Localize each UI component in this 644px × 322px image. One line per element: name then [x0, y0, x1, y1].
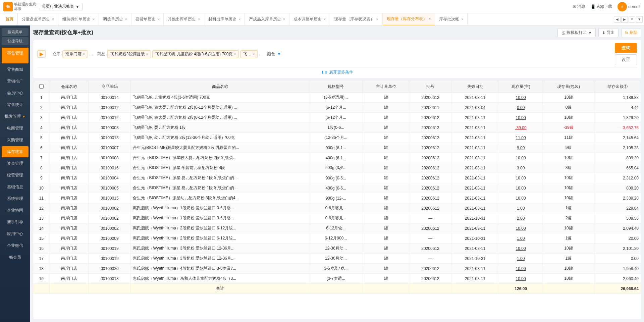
color-dropdown-arrow[interactable]: ▼ — [277, 52, 281, 56]
sidebar-item-ecommerce[interactable]: 电商管理 — [2, 123, 29, 134]
table-row: 10 南岸门店 00100005 合生元（BIOSTIME）派星 婴儿配方奶粉 … — [33, 183, 641, 193]
sidebar-item-purchase[interactable]: 采购管理 — [2, 135, 29, 146]
main-layout: 搜索菜单 快捷导航 零售管理 ▼ 零售商城 营销推广 会员中心 零售统计 批发管… — [0, 25, 644, 322]
cell-name: 飞鹤星飞帆 较大婴儿配方奶粉 2段(6-12个月婴幼儿适用) ... — [131, 103, 309, 113]
workspace-selector[interactable]: 母婴行业演示账套 ▼ — [39, 3, 83, 10]
tab-home[interactable]: 首页 — [1, 13, 18, 25]
tab-prev-btn[interactable]: ◀ — [614, 16, 621, 23]
cell-unit: 罐 — [363, 153, 409, 163]
product-tag-1[interactable]: 飞鹤奶粉3段两提装 × — [107, 50, 151, 58]
cell-num: 11 — [33, 193, 50, 203]
tab-material-outbound[interactable]: 材料出库单历史 × — [204, 13, 245, 25]
tab-product-inbound[interactable]: 产成品入库单历史 × — [245, 13, 289, 25]
tab-batch-account[interactable]: 库存批次账 × — [435, 13, 468, 25]
sidebar-search[interactable]: 搜索菜单 — [2, 28, 29, 36]
tab-close-icon[interactable]: × — [52, 17, 54, 21]
tab-close-icon[interactable]: × — [429, 17, 431, 21]
cell-expire: 2021-03-11 — [451, 223, 499, 233]
app-download-btn[interactable]: 📱 App下载 — [591, 4, 612, 9]
tag-close-icon[interactable]: × — [146, 52, 148, 56]
tab-order-history[interactable]: 要货单历史 × — [131, 13, 164, 25]
tag-close-icon[interactable]: × — [83, 52, 85, 56]
sidebar-item-retail-mall[interactable]: 零售商城 — [2, 64, 29, 75]
cell-num: 5 — [33, 133, 50, 143]
settings-button[interactable]: 设置 — [615, 54, 637, 65]
sidebar-item-collab[interactable]: 企业协同 — [2, 205, 29, 216]
sidebar-item-system[interactable]: 系统管理 — [2, 193, 29, 204]
product-tag-2[interactable]: 飞鹤星飞帆 儿童奶粉 4段(3-6岁适用) 700克 × — [152, 50, 239, 58]
sidebar-item-wholesale[interactable]: 批发管理 ▼ — [2, 111, 29, 122]
tab-cost-adjust[interactable]: 成本调整单历史 × — [289, 13, 330, 25]
sidebar-item-finance[interactable]: 资金管理 — [2, 158, 29, 169]
user-menu[interactable]: d demo2 — [618, 2, 641, 11]
sidebar-item-operations[interactable]: 经营管理 — [2, 170, 29, 181]
cell-batch: 20200611 — [409, 103, 451, 113]
tab-close-icon[interactable]: × — [125, 17, 127, 21]
cell-warehouse: 南岸门店 — [50, 274, 89, 284]
sidebar-item-wechat[interactable]: 企业微信 — [2, 240, 29, 251]
tab-stock-distribution[interactable]: 现存量（库存分布表） × — [383, 13, 435, 25]
filter-collapse-btn[interactable]: ▶ — [37, 50, 46, 58]
cell-batch: 20200612 — [409, 183, 451, 193]
sidebar-item-member-plus[interactable]: 畅会员 — [2, 252, 29, 263]
refresh-btn[interactable]: ↻ 刷新 — [621, 28, 641, 37]
cell-spec: 0-6月婴儿... — [309, 213, 363, 223]
sidebar-shortcut[interactable]: 快捷导航 — [2, 37, 29, 45]
sidebar-item-basics[interactable]: 基础信息 — [2, 181, 29, 193]
tab-close-icon[interactable]: × — [93, 17, 95, 21]
tab-close-icon[interactable]: × — [283, 17, 285, 21]
tab-assembly-history[interactable]: 组装拆卸单历史 × — [58, 13, 99, 25]
cell-amount: 2,101.20 — [594, 244, 641, 254]
tab-close-all-btn[interactable]: × — [629, 16, 635, 23]
sidebar: 搜索菜单 快捷导航 零售管理 ▼ 零售商城 营销推广 会员中心 零售统计 批发管… — [0, 25, 30, 322]
footer-empty — [409, 284, 451, 294]
sidebar-item-members[interactable]: 会员中心 — [2, 88, 29, 99]
tab-transfer-history[interactable]: 调拨单历史 × — [99, 13, 131, 25]
more-product-tags-btn[interactable]: … — [259, 52, 263, 56]
cell-name: 合生元(BIOSTIME)派星较大婴儿配方奶粉 2段 乳铁蛋白的... — [131, 143, 309, 153]
table-row: 14 南岸门店 00100002 惠氏启赋（Wyeth illuma）2段奶粉 … — [33, 223, 641, 233]
tag-close-icon[interactable]: × — [234, 52, 236, 56]
message-btn[interactable]: ✉ 消息 — [573, 4, 585, 9]
search-button[interactable]: 查询 — [615, 43, 637, 53]
sidebar-item-marketing[interactable]: 营销推广 — [2, 76, 29, 87]
cell-amount: 1,189.88 — [594, 93, 641, 103]
tab-menu-btn[interactable]: ▼ — [636, 16, 643, 23]
template-print-btn[interactable]: 🖨 按模板打印 ▼ — [557, 28, 596, 37]
cell-spec: 400g (0-6... — [309, 183, 363, 193]
cell-unit: 罐 — [363, 93, 409, 103]
tab-close-icon[interactable]: × — [376, 17, 378, 21]
select-all-checkbox[interactable] — [39, 84, 44, 89]
cell-amount: -3,652.76 — [594, 123, 641, 133]
tab-stock-status[interactable]: 现存量（库存状况表） × — [330, 13, 383, 25]
cell-warehouse: 南岸门店 — [50, 193, 89, 203]
sidebar-item-retail-stats[interactable]: 零售统计 — [2, 99, 29, 110]
cell-num: 16 — [33, 244, 50, 254]
refresh-icon: ↻ — [625, 31, 628, 35]
tab-close-icon[interactable]: × — [238, 17, 240, 21]
sidebar-item-inventory[interactable]: 库存核算 — [2, 146, 29, 157]
tab-next-btn[interactable]: ▶ — [621, 16, 628, 23]
footer-empty — [89, 284, 131, 294]
cell-amount: 2,339.20 — [594, 193, 641, 203]
cell-code: 00100014 — [89, 93, 131, 103]
export-btn[interactable]: ⬇ 导出 — [598, 28, 619, 37]
table-container[interactable]: 仓库名称 商品编码 商品名称 规格型号 主计量单位 批号 失效日期 现存量(主)… — [33, 81, 641, 319]
tab-close-icon[interactable]: × — [198, 17, 200, 21]
cell-amount: 2,312.00 — [594, 173, 641, 183]
warehouse-tag[interactable]: 南岸门店 × — [62, 50, 88, 58]
col-warehouse: 仓库名称 — [50, 81, 89, 93]
sidebar-item-apps[interactable]: 应用中心 — [2, 228, 29, 239]
tag-close-icon[interactable]: × — [253, 52, 255, 56]
cell-qty-main: -39.00 — [499, 123, 543, 133]
sidebar-item-retail[interactable]: 零售管理 ▼ — [2, 48, 29, 63]
tab-close-icon[interactable]: × — [158, 17, 160, 21]
expand-filter-btn[interactable]: ⬇⬇ 展开更多条件 — [37, 67, 637, 75]
more-tags-btn[interactable]: … — [89, 52, 93, 56]
product-tag-3[interactable]: 飞… × — [240, 50, 258, 58]
tab-other-outbound[interactable]: 其他出库单历史 × — [164, 13, 204, 25]
sidebar-item-guide[interactable]: 新手引导 — [2, 217, 29, 228]
tab-close-icon[interactable]: × — [461, 17, 463, 21]
tab-close-icon[interactable]: × — [324, 17, 326, 21]
tab-split-history[interactable]: 分量盘点单历史 × — [18, 13, 58, 25]
